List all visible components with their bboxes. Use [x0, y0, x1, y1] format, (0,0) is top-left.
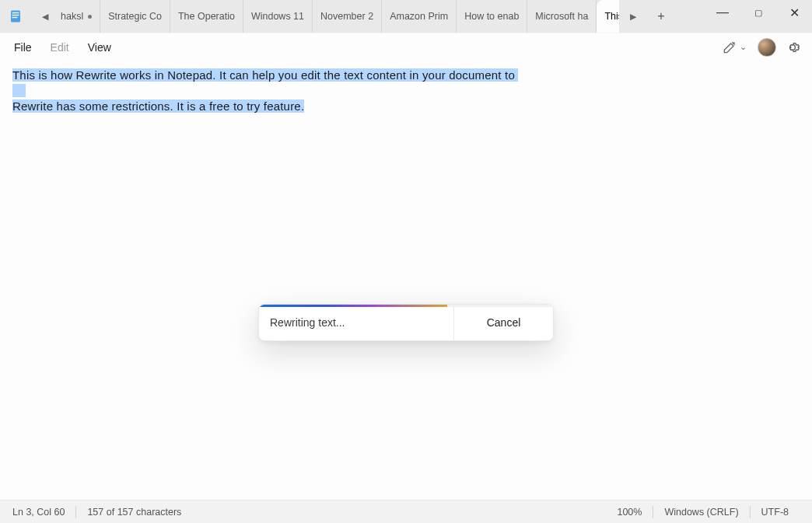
tab-item[interactable]: The Operatio: [170, 0, 243, 33]
selected-text-line2: [12, 84, 26, 97]
menu-view[interactable]: View: [80, 38, 119, 57]
notepad-window: ◀ haksl Strategic Co The Operatio Window…: [0, 0, 812, 523]
tab-item[interactable]: haksl: [59, 0, 100, 33]
chevron-left-icon: ◀: [42, 12, 48, 22]
svg-rect-1: [12, 12, 19, 14]
tab-label: This is: [604, 11, 619, 22]
svg-rect-3: [12, 17, 18, 19]
status-encoding[interactable]: UTF-8: [751, 500, 800, 523]
user-avatar[interactable]: [758, 38, 776, 57]
notepad-app-icon: [0, 0, 31, 33]
minimize-button[interactable]: —: [705, 0, 740, 25]
tab-item[interactable]: How to enab: [457, 0, 527, 33]
status-char-count: 157 of 157 characters: [76, 500, 192, 523]
tab-item[interactable]: November 2: [313, 0, 382, 33]
menubar-right: ⌄: [718, 37, 806, 58]
close-icon: ✕: [789, 5, 800, 20]
tab-label: Amazon Prim: [390, 11, 448, 22]
status-bar: Ln 3, Col 60 157 of 157 characters 100% …: [0, 500, 812, 523]
progress-fill: [259, 305, 447, 307]
rewrite-progress-dialog: Rewriting text... Cancel: [258, 304, 554, 341]
editor-content[interactable]: This is how Rewrite works in Notepad. It…: [0, 61, 812, 123]
tab-item[interactable]: Windows 11: [243, 0, 313, 33]
tab-item-active[interactable]: This is: [597, 0, 619, 33]
window-controls: — ▢ ✕: [705, 0, 812, 33]
chevron-down-icon: ⌄: [740, 42, 747, 52]
maximize-icon: ▢: [754, 8, 762, 18]
chevron-right-icon: ▶: [630, 12, 636, 22]
tab-label: haksl: [61, 11, 83, 22]
rewrite-icon: [721, 39, 738, 56]
scrollbar-thumb[interactable]: [803, 62, 810, 155]
plus-icon: +: [657, 9, 664, 23]
tab-scroll-right-button[interactable]: ▶: [619, 0, 647, 33]
tab-label: November 2: [320, 11, 373, 22]
svg-rect-2: [12, 15, 19, 16]
tab-label: How to enab: [464, 11, 519, 22]
modified-dot-icon: [88, 15, 92, 19]
editor-area[interactable]: This is how Rewrite works in Notepad. It…: [0, 61, 812, 500]
tab-label: Strategic Co: [108, 11, 162, 22]
status-caret-position: Ln 3, Col 60: [12, 500, 75, 523]
status-zoom[interactable]: 100%: [606, 500, 653, 523]
rewrite-dropdown-button[interactable]: ⌄: [718, 37, 750, 58]
gear-icon: [785, 40, 800, 55]
tab-label: Microsoft ha: [535, 11, 588, 22]
tab-item[interactable]: Microsoft ha: [527, 0, 597, 33]
settings-button[interactable]: [784, 39, 801, 56]
title-bar: ◀ haksl Strategic Co The Operatio Window…: [0, 0, 812, 33]
svg-point-4: [733, 42, 735, 44]
selected-text-line3: Rewrite has some restrictions. It is a f…: [12, 99, 304, 113]
tab-item[interactable]: Strategic Co: [100, 0, 170, 33]
close-button[interactable]: ✕: [776, 0, 812, 25]
selected-text-line1: This is how Rewrite works in Notepad. It…: [12, 68, 518, 82]
dialog-status-label: Rewriting text...: [259, 316, 453, 329]
tab-label: The Operatio: [178, 11, 235, 22]
menu-edit[interactable]: Edit: [43, 38, 77, 57]
tab-label: Windows 11: [251, 11, 304, 22]
vertical-scrollbar[interactable]: [801, 61, 812, 500]
menu-bar: File Edit View ⌄: [0, 33, 812, 61]
tab-scroll-left-button[interactable]: ◀: [31, 0, 59, 33]
minimize-icon: —: [716, 5, 729, 19]
new-tab-button[interactable]: +: [647, 0, 675, 33]
menu-file[interactable]: File: [6, 38, 40, 57]
status-line-ending[interactable]: Windows (CRLF): [653, 500, 749, 523]
maximize-button[interactable]: ▢: [740, 0, 776, 25]
cancel-button[interactable]: Cancel: [453, 305, 553, 340]
tab-strip: haksl Strategic Co The Operatio Windows …: [59, 0, 619, 33]
tab-item[interactable]: Amazon Prim: [382, 0, 457, 33]
